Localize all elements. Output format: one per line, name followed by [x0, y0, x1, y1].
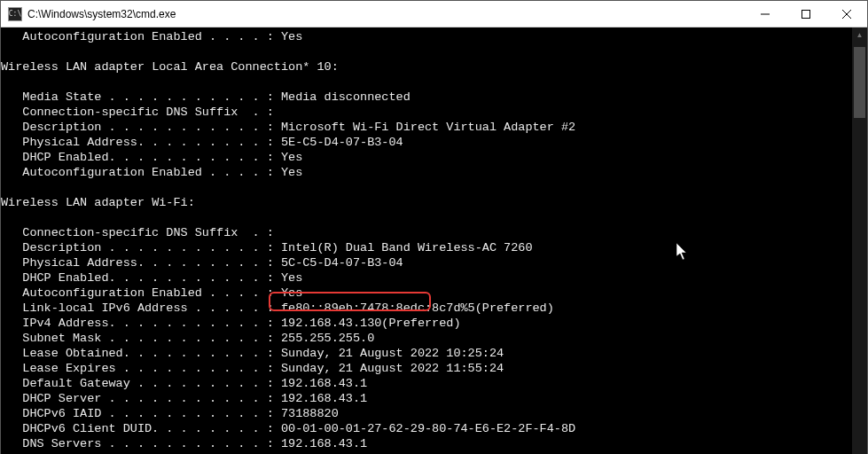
- vertical-scrollbar[interactable]: ▲ ▼: [852, 27, 867, 454]
- adapter-header: Wireless LAN adapter Local Area Connecti…: [1, 60, 339, 74]
- output-value: 255.255.255.0: [281, 332, 374, 345]
- minimize-icon: [761, 10, 770, 19]
- output-line: Description . . . . . . . . . . . :: [22, 241, 281, 254]
- cmd-window: C:\ C:\Windows\system32\cmd.exe Autoconf…: [0, 0, 868, 454]
- output-value: 5E-C5-D4-07-B3-04: [281, 136, 403, 149]
- output-line: Physical Address. . . . . . . . . :: [22, 256, 281, 270]
- output-value: 73188820: [281, 407, 339, 420]
- scroll-up-button[interactable]: ▲: [852, 27, 867, 43]
- titlebar[interactable]: C:\ C:\Windows\system32\cmd.exe: [1, 1, 867, 27]
- output-value: 00-01-00-01-27-62-29-80-74-E6-E2-2F-F4-8…: [281, 422, 575, 435]
- maximize-icon: [802, 10, 810, 19]
- output-value: Intel(R) Dual Band Wireless-AC 7260: [281, 241, 533, 254]
- close-icon: [842, 10, 851, 19]
- output-line: DNS Servers . . . . . . . . . . . :: [22, 437, 281, 450]
- output-line: DHCP Enabled. . . . . . . . . . . :: [22, 151, 281, 164]
- output-value: 192.168.43.1: [281, 377, 367, 390]
- output-line: Lease Expires . . . . . . . . . . :: [22, 362, 281, 375]
- output-line: Default Gateway . . . . . . . . . :: [22, 377, 281, 390]
- close-button[interactable]: [826, 1, 867, 27]
- output-line: Autoconfiguration Enabled . . . . :: [22, 286, 281, 300]
- scrollbar-thumb[interactable]: [854, 47, 865, 118]
- output-value: Sunday, 21 August 2022 11:55:24: [281, 362, 504, 375]
- output-value: Yes: [281, 271, 302, 285]
- output-line: Autoconfiguration Enabled . . . . :: [22, 30, 281, 43]
- output-line: DHCP Server . . . . . . . . . . . :: [22, 392, 281, 405]
- output-value: Media disconnected: [281, 90, 411, 104]
- output-line: Subnet Mask . . . . . . . . . . . :: [22, 332, 281, 345]
- output-value: Microsoft Wi-Fi Direct Virtual Adapter #…: [281, 121, 575, 134]
- output-line: Media State . . . . . . . . . . . :: [22, 90, 281, 104]
- output-value: Yes: [281, 166, 302, 179]
- output-line: Physical Address. . . . . . . . . :: [22, 136, 281, 149]
- physical-address-value: 5C-C5-D4-07-B3-04: [281, 256, 403, 270]
- output-line: DHCPv6 Client DUID. . . . . . . . :: [22, 422, 281, 435]
- output-value: 192.168.43.130(Preferred): [281, 317, 461, 330]
- output-value: 192.168.43.1: [281, 437, 367, 450]
- minimize-button[interactable]: [745, 1, 786, 27]
- window-title: C:\Windows\system32\cmd.exe: [27, 8, 176, 20]
- output-line: IPv4 Address. . . . . . . . . . . :: [22, 317, 281, 330]
- cmd-icon: C:\: [8, 7, 22, 21]
- output-value: Yes: [281, 30, 302, 43]
- output-value: fe80::89eb:7478:8edc:8c7d%5(Preferred): [281, 301, 554, 315]
- output-value: Yes: [281, 286, 302, 300]
- output-line: Connection-specific DNS Suffix . :: [22, 226, 274, 239]
- output-line: Link-local IPv6 Address . . . . . :: [22, 301, 281, 315]
- maximize-button[interactable]: [786, 1, 826, 27]
- output-line: Autoconfiguration Enabled . . . . :: [22, 166, 281, 179]
- output-line: Description . . . . . . . . . . . :: [22, 121, 281, 134]
- output-line: DHCP Enabled. . . . . . . . . . . :: [22, 271, 281, 285]
- adapter-header: Wireless LAN adapter Wi-Fi:: [1, 196, 195, 209]
- output-line: DHCPv6 IAID . . . . . . . . . . . :: [22, 407, 281, 420]
- output-value: Yes: [281, 151, 302, 164]
- output-line: Lease Obtained. . . . . . . . . . :: [22, 347, 281, 360]
- output-value: 192.168.43.1: [281, 392, 367, 405]
- terminal-output[interactable]: Autoconfiguration Enabled . . . . : Yes …: [1, 27, 852, 454]
- output-value: Sunday, 21 August 2022 10:25:24: [281, 347, 504, 360]
- svg-rect-1: [802, 10, 810, 18]
- output-line: Connection-specific DNS Suffix . :: [22, 106, 274, 119]
